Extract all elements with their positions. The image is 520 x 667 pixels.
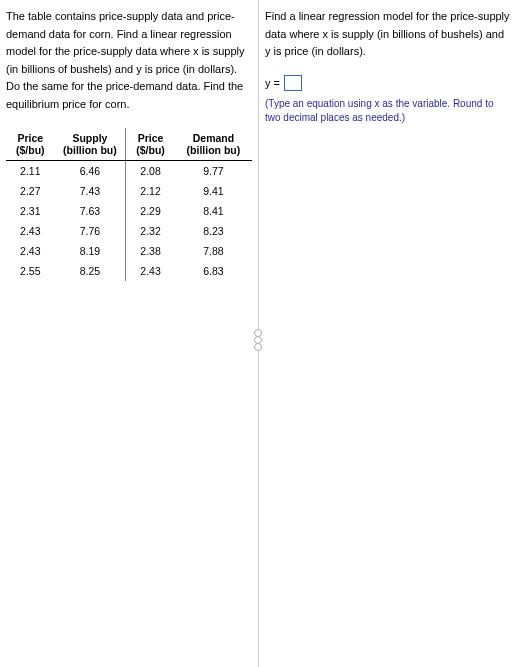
cell: 6.83 bbox=[175, 261, 252, 281]
y-equals-label: y = bbox=[265, 77, 280, 89]
left-pane: The table contains price-supply data and… bbox=[0, 0, 258, 667]
cell: 8.25 bbox=[55, 261, 126, 281]
cell: 8.41 bbox=[175, 201, 252, 221]
handle-icon bbox=[254, 343, 262, 351]
pane-resize-handle[interactable] bbox=[254, 330, 262, 351]
cell: 2.38 bbox=[126, 241, 175, 261]
answer-row: y = bbox=[265, 75, 510, 91]
cell: 2.29 bbox=[126, 201, 175, 221]
cell: 2.43 bbox=[6, 241, 55, 261]
table-row: 2.27 7.43 2.12 9.41 bbox=[6, 181, 252, 201]
answer-input[interactable] bbox=[284, 75, 302, 91]
table-row: 2.31 7.63 2.29 8.41 bbox=[6, 201, 252, 221]
table-row: 2.11 6.46 2.08 9.77 bbox=[6, 160, 252, 181]
cell: 2.43 bbox=[6, 221, 55, 241]
cell: 2.12 bbox=[126, 181, 175, 201]
table-header-row: Price ($/bu) Supply (billion bu) Price (… bbox=[6, 128, 252, 161]
cell: 2.08 bbox=[126, 160, 175, 181]
cell: 7.63 bbox=[55, 201, 126, 221]
table-row: 2.43 8.19 2.38 7.88 bbox=[6, 241, 252, 261]
cell: 2.43 bbox=[126, 261, 175, 281]
table-row: 2.55 8.25 2.43 6.83 bbox=[6, 261, 252, 281]
cell: 9.41 bbox=[175, 181, 252, 201]
question-prompt: Find a linear regression model for the p… bbox=[265, 8, 510, 61]
cell: 2.32 bbox=[126, 221, 175, 241]
cell: 9.77 bbox=[175, 160, 252, 181]
cell: 8.23 bbox=[175, 221, 252, 241]
cell: 2.31 bbox=[6, 201, 55, 221]
answer-hint: (Type an equation using x as the variabl… bbox=[265, 97, 510, 125]
problem-statement: The table contains price-supply data and… bbox=[6, 8, 252, 114]
cell: 7.43 bbox=[55, 181, 126, 201]
cell: 2.11 bbox=[6, 160, 55, 181]
cell: 6.46 bbox=[55, 160, 126, 181]
cell: 8.19 bbox=[55, 241, 126, 261]
right-pane: Find a linear regression model for the p… bbox=[258, 0, 516, 667]
cell: 2.27 bbox=[6, 181, 55, 201]
header-supply: Supply (billion bu) bbox=[55, 128, 126, 161]
header-demand: Demand (billion bu) bbox=[175, 128, 252, 161]
cell: 7.76 bbox=[55, 221, 126, 241]
table-row: 2.43 7.76 2.32 8.23 bbox=[6, 221, 252, 241]
data-table: Price ($/bu) Supply (billion bu) Price (… bbox=[6, 128, 252, 281]
header-price-demand: Price ($/bu) bbox=[126, 128, 175, 161]
cell: 2.55 bbox=[6, 261, 55, 281]
cell: 7.88 bbox=[175, 241, 252, 261]
header-price-supply: Price ($/bu) bbox=[6, 128, 55, 161]
